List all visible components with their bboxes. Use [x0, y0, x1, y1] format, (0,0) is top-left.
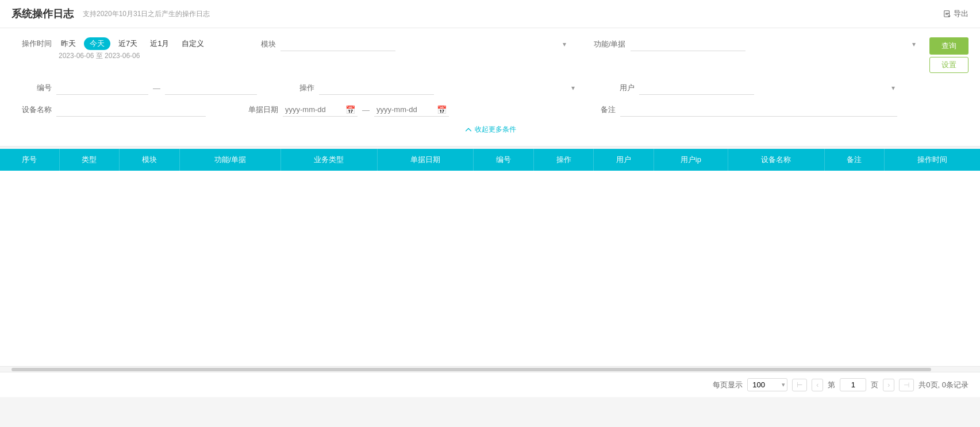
table-header-用户ip: 用户ip — [654, 149, 728, 171]
module-label: 模块 — [241, 39, 276, 49]
prev-page-button[interactable]: ‹ — [812, 379, 823, 391]
table-header-模块: 模块 — [120, 149, 179, 171]
number-dash: — — [153, 84, 160, 93]
first-page-button[interactable]: ⊢ — [792, 379, 807, 391]
user-arrow-icon: ▾ — [891, 84, 895, 92]
module-arrow-icon: ▾ — [563, 40, 566, 48]
function-arrow-icon: ▾ — [912, 40, 916, 48]
query-button[interactable]: 查询 — [929, 37, 969, 55]
module-select[interactable] — [280, 37, 395, 51]
voucher-date-label: 单据日期 — [241, 105, 278, 115]
data-table: 序号类型模块功能/单据业务类型单据日期编号操作用户用户ip设备名称备注操作时间 — [0, 149, 980, 171]
total-info: 共0页, 0条记录 — [918, 380, 969, 390]
scrollbar-thumb — [11, 368, 931, 371]
table-header-操作时间: 操作时间 — [884, 149, 980, 171]
collapse-label: 收起更多条件 — [475, 125, 516, 134]
horizontal-scrollbar[interactable] — [0, 366, 980, 372]
time-7days[interactable]: 近7天 — [114, 37, 142, 50]
function-label: 功能/单据 — [591, 39, 626, 49]
table-header-单据日期: 单据日期 — [377, 149, 474, 171]
device-label: 设备名称 — [11, 105, 52, 115]
action-buttons: 查询 设置 — [929, 37, 969, 73]
calendar-end-icon[interactable]: 📅 — [437, 105, 447, 114]
empty-area — [0, 171, 980, 366]
date-start-wrap: 📅 — [283, 103, 358, 117]
time-custom[interactable]: 自定义 — [177, 37, 209, 50]
page-label: 第 — [828, 380, 835, 390]
table-header-类型: 类型 — [59, 149, 119, 171]
remark-label: 备注 — [581, 105, 616, 115]
date-end-wrap: 📅 — [374, 103, 449, 117]
time-buttons: 昨天 今天 近7天 近1月 自定义 — [56, 37, 209, 50]
time-today[interactable]: 今天 — [84, 37, 110, 50]
export-icon — [943, 10, 951, 18]
time-yesterday[interactable]: 昨天 — [56, 37, 80, 50]
user-label: 用户 — [600, 83, 635, 93]
operation-select[interactable] — [319, 81, 434, 95]
table-header-功能/单据: 功能/单据 — [179, 149, 280, 171]
calendar-start-icon[interactable]: 📅 — [345, 105, 355, 114]
device-input[interactable] — [56, 103, 206, 117]
export-label: 导出 — [954, 9, 969, 19]
settings-button[interactable]: 设置 — [929, 57, 969, 73]
filter-section: 操作时间 昨天 今天 近7天 近1月 自定义 2023-06-06 至 2023… — [0, 28, 980, 147]
remark-input[interactable] — [620, 103, 898, 117]
page-unit: 页 — [871, 380, 878, 390]
date-dash: — — [362, 106, 370, 114]
number-start-input[interactable] — [56, 81, 148, 95]
table-section: 序号类型模块功能/单据业务类型单据日期编号操作用户用户ip设备名称备注操作时间 — [0, 149, 980, 366]
number-label: 编号 — [11, 83, 52, 93]
table-header-操作: 操作 — [533, 149, 593, 171]
time-1month[interactable]: 近1月 — [145, 37, 174, 50]
table-header-设备名称: 设备名称 — [728, 149, 824, 171]
table-header-业务类型: 业务类型 — [281, 149, 378, 171]
collapse-bar[interactable]: 收起更多条件 — [11, 121, 969, 137]
number-range: — — [56, 81, 257, 95]
table-header-编号: 编号 — [474, 149, 533, 171]
number-end-input[interactable] — [165, 81, 257, 95]
table-header-用户: 用户 — [594, 149, 654, 171]
page-input[interactable] — [840, 378, 866, 391]
per-page-label: 每页显示 — [713, 380, 743, 390]
table-header-备注: 备注 — [824, 149, 884, 171]
page-header: 系统操作日志 支持2020年10月31日之后产生的操作日志 导出 — [0, 0, 980, 28]
export-button[interactable]: 导出 — [943, 9, 969, 19]
next-page-button[interactable]: › — [883, 379, 894, 391]
user-select[interactable] — [639, 81, 754, 95]
last-page-button[interactable]: ⊣ — [899, 379, 914, 391]
function-select[interactable] — [631, 37, 745, 51]
pagination-bar: 每页显示 10 20 50 100 200 ▾ ⊢ ‹ 第 页 › ⊣ 共0页,… — [0, 372, 980, 397]
table-header-row: 序号类型模块功能/单据业务类型单据日期编号操作用户用户ip设备名称备注操作时间 — [0, 149, 980, 171]
page-size-select[interactable]: 10 20 50 100 200 — [747, 378, 787, 391]
time-label: 操作时间 — [11, 39, 52, 49]
chevron-up-icon — [464, 126, 472, 134]
page-size-wrap: 10 20 50 100 200 ▾ — [747, 378, 787, 391]
time-range-text: 2023-06-06 至 2023-06-06 — [59, 52, 140, 60]
operation-label: 操作 — [280, 83, 314, 93]
table-header-序号: 序号 — [0, 149, 59, 171]
operation-arrow-icon: ▾ — [571, 84, 575, 92]
page-subtitle: 支持2020年10月31日之后产生的操作日志 — [83, 9, 210, 19]
page-title: 系统操作日志 — [11, 7, 74, 21]
